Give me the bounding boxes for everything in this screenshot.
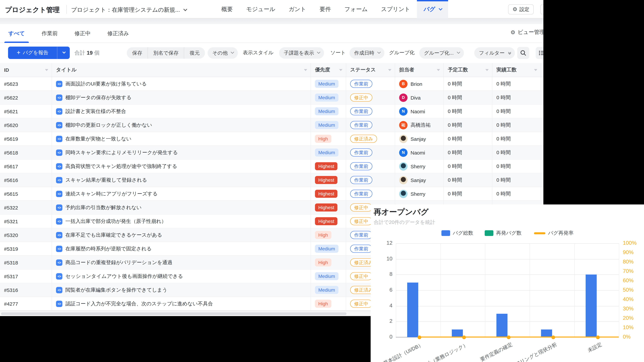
tab-バグ[interactable]: バグ [417,0,448,18]
column-filter-icon[interactable] [485,69,489,71]
restore-button[interactable]: 復元 [184,47,205,59]
table-row[interactable]: #5618<>同時スキャン要求によりメモリリークが発生するMedium作業前NN… [0,146,544,160]
tab-概要[interactable]: 概要 [215,0,240,18]
cell-planned-hours: 0 時間 [444,118,492,132]
bug-id: #5319 [4,246,18,252]
sort-dropdown[interactable]: 作成日時 [350,47,384,59]
display-style-dropdown[interactable]: 子課題を表示 [279,47,324,59]
status-pill: 修正中 [350,217,372,225]
tab-label: バグ [424,5,435,13]
cell-title[interactable]: <>在庫履歴の時系列が逆順で固定される [52,242,311,256]
group-dropdown[interactable]: グループ化... [419,47,464,59]
column-header-優先度[interactable]: 優先度 [311,63,346,77]
gridline-v [440,243,441,337]
column-filter-icon[interactable] [304,69,307,71]
cell-id: #5317 [0,270,52,283]
table-row[interactable]: #5622<>棚卸データの保存が失敗するMedium修正中DDiva0 時間0 … [0,91,544,105]
filter-button[interactable]: フィルター [474,47,515,59]
view-tab-修正中[interactable]: 修正中 [74,24,90,43]
cell-title[interactable]: <>棚卸データの保存が失敗する [52,91,311,105]
cell-title[interactable]: <>セッションタイムアウト後も画面操作が継続できる [52,270,311,283]
cell-title[interactable]: <>商品コードの重複登録がバリデーションを通過 [52,256,311,270]
cell-title[interactable]: <>画面設計のUI要素が抜け落ちている [52,77,311,91]
column-filter-icon[interactable] [388,69,392,71]
column-header-担当者[interactable]: 担当者 [395,63,444,77]
priority-badge: High [315,258,332,267]
filter-label: フィルター [479,50,505,56]
table-row[interactable]: #5620<>棚卸中の更新ロックが正しく働かないMedium作業前祐高橋浩祐0 … [0,118,544,132]
view-tab-修正済み[interactable]: 修正済み [107,24,129,43]
table-row[interactable]: #5619<>在庫数量が実物と一致しないHigh修正済みSanjay0 時間0 … [0,132,544,146]
column-filter-icon[interactable] [534,69,537,71]
cell-title[interactable]: <>認証コード入力が不完全な場合、次のステップに進めない不具合 [52,297,311,311]
table-row[interactable]: #5617<>高負荷状態でスキャン処理が途中で強制終了するHighest作業前S… [0,160,544,173]
column-header-ステータス[interactable]: ステータス [346,63,395,77]
actual-hours: 0 時間 [496,191,511,197]
assignee-name: Brion [410,81,422,87]
cell-title[interactable]: <>在庫不足でも出庫確定できるケースがある [52,228,311,242]
bug-title: 設計書と実装仕様の不整合 [66,108,126,114]
x-axis-label: 要件定義の確定 [479,341,514,362]
bug-id: #5618 [4,150,18,155]
view-manage-button[interactable]: ⚙ ビュー管理 [510,29,545,36]
column-filter-icon[interactable] [45,69,48,71]
priority-badge: High [315,300,332,308]
cell-title[interactable]: <>予約出庫の引当数が解放されない [52,201,311,215]
table-row[interactable]: #5623<>画面設計のUI要素が抜け落ちているMedium作業前BBrion0… [0,77,544,91]
tab-label: 要件 [320,5,331,13]
cell-title[interactable]: <>閲覧者が在庫編集ボタンを操作できてしまう [52,283,311,297]
report-bug-main[interactable]: + バグを報告 [8,49,57,56]
bug-id: #5620 [4,122,18,128]
scrollbar-thumb[interactable] [1,312,346,315]
tab-フォーム[interactable]: フォーム [338,0,374,18]
view-tab-作業前[interactable]: 作業前 [42,24,58,43]
priority-badge: High [315,135,332,143]
cell-title[interactable]: <>連続スキャン時にアプリがフリーズする [52,187,311,201]
save-as-button[interactable]: 別名で保存 [148,47,184,59]
cell-assignee: Sanjay [395,173,444,187]
column-header-予定工数[interactable]: 予定工数 [444,63,492,77]
cell-title[interactable]: <>設計書と実装仕様の不整合 [52,105,311,118]
priority-badge: Medium [315,148,338,157]
column-filter-icon[interactable] [339,69,342,71]
cell-title[interactable]: <>高負荷状態でスキャン処理が途中で強制終了する [52,160,311,173]
status-pill: 修正中 [350,203,372,212]
save-button[interactable]: 保存 [127,47,148,59]
column-filter-icon[interactable] [437,69,440,71]
column-header-label: ステータス [350,67,376,73]
cell-status: 作業前 [346,105,395,118]
chart-plot-area: 0246810120%10%20%30%40%50%60%70%80%90%10… [371,204,644,362]
settings-button[interactable]: ⚙ 設定 [508,4,534,14]
priority-badge: Medium [315,286,338,294]
x-axis-label: 未設定 [586,341,603,354]
cell-title[interactable]: <>スキャン結果が重複して登録される [52,173,311,187]
project-selector[interactable]: プロジェクト：在庫管理システムの新規... [71,6,186,14]
tab-モジュール[interactable]: モジュール [240,0,282,18]
tab-ガント[interactable]: ガント [282,0,313,18]
column-header-ID[interactable]: ID [0,63,52,77]
priority-badge: Highest [315,176,338,184]
planned-hours: 0 時間 [448,108,462,114]
cell-title[interactable]: <>棚卸中の更新ロックが正しく働かない [52,118,311,132]
report-bug-dropdown[interactable] [57,46,70,59]
cell-id: #5617 [0,160,52,173]
cell-title[interactable]: <>在庫数量が実物と一致しない [52,132,311,146]
table-row[interactable]: #5616<>スキャン結果が重複して登録されるHighest作業前Sanjay0… [0,173,544,187]
table-row[interactable]: #5621<>設計書と実装仕様の不整合Medium作業前NNaomi0 時間0 … [0,105,544,118]
cell-id: #5318 [0,256,52,270]
bug-id: #4277 [4,301,18,307]
column-header-タイトル[interactable]: タイトル [52,63,311,77]
table-row[interactable]: #5615<>連続スキャン時にアプリがフリーズするHighest作業前Sherr… [0,187,544,201]
tab-要件[interactable]: 要件 [313,0,338,18]
more-dropdown[interactable]: その他 [208,47,238,59]
tab-スプリント[interactable]: スプリント [374,0,417,18]
report-bug-button[interactable]: + バグを報告 [8,46,70,59]
cell-title[interactable]: <>同時スキャン要求によりメモリリークが発生する [52,146,311,160]
column-header-実績工数[interactable]: 実績工数 [492,63,541,77]
search-button[interactable] [517,47,529,59]
cell-id: #5319 [0,242,52,256]
view-tab-すべて[interactable]: すべて [8,24,25,43]
assignee-name: Naomi [410,108,425,114]
cell-title[interactable]: <>一括入出庫で部分成功が発生（原子性崩れ） [52,215,311,228]
rate-point-詳細設計（業務ロジック） [462,335,466,339]
